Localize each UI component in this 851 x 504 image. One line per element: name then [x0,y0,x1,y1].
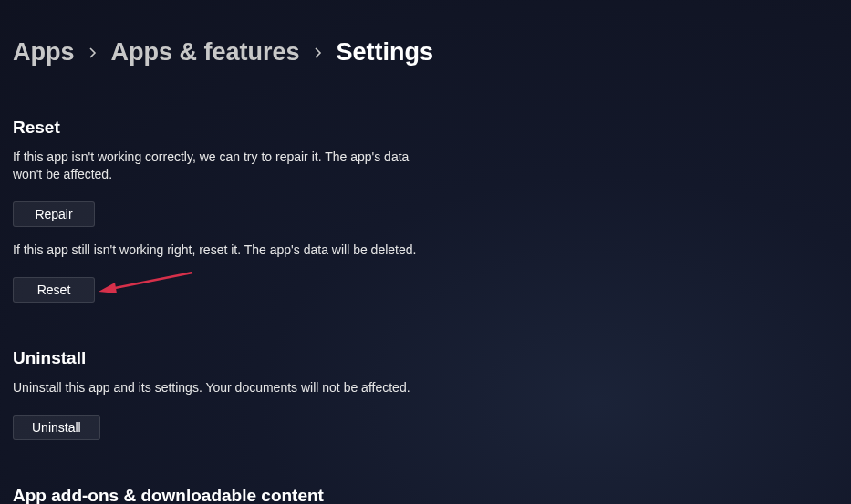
uninstall-title: Uninstall [13,348,432,368]
repair-button[interactable]: Repair [13,201,95,227]
breadcrumb-apps[interactable]: Apps [13,38,75,67]
breadcrumb-settings: Settings [337,38,434,67]
arrow-annotation-icon [97,269,197,296]
reset-button[interactable]: Reset [13,277,95,303]
chevron-right-icon [88,47,99,58]
addons-section: App add-ons & downloadable content [13,486,432,504]
breadcrumb: Apps Apps & features Settings [13,38,838,67]
reset-section: Reset If this app isn't working correctl… [13,118,432,317]
reset-title: Reset [13,118,432,138]
reset-description: If this app still isn't working right, r… [13,242,432,259]
uninstall-description: Uninstall this app and its settings. You… [13,379,432,396]
settings-page: Apps Apps & features Settings Reset If t… [0,0,851,504]
uninstall-section: Uninstall Uninstall this app and its set… [13,348,432,455]
content-area: Reset If this app isn't working correctl… [13,118,838,504]
repair-description: If this app isn't working correctly, we … [13,149,432,183]
uninstall-button[interactable]: Uninstall [13,415,100,440]
breadcrumb-apps-features[interactable]: Apps & features [111,38,300,67]
svg-marker-1 [99,283,117,293]
svg-line-0 [110,273,192,289]
chevron-right-icon [313,47,324,58]
addons-title: App add-ons & downloadable content [13,486,432,504]
